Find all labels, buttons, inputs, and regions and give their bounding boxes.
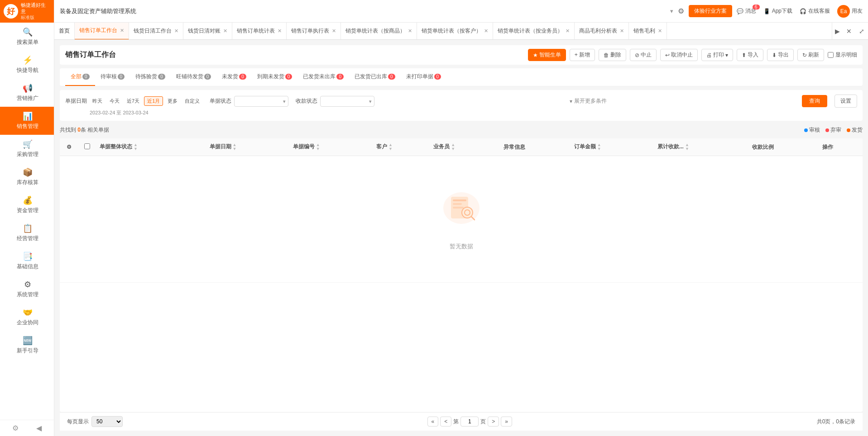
sidebar-item-quick-nav[interactable]: ⚡快捷导航 bbox=[0, 51, 54, 79]
topbar-message[interactable]: 💬 6 消息 bbox=[737, 7, 756, 15]
sidebar-item-inventory[interactable]: 📦库存核算 bbox=[0, 163, 54, 191]
sidebar-item-operations[interactable]: 📋经营管理 bbox=[0, 219, 54, 247]
sidebar-collapse-btn[interactable]: ◀ bbox=[36, 424, 42, 432]
th-checkbox[interactable] bbox=[78, 138, 96, 156]
import-btn[interactable]: ⬆ 导入 bbox=[737, 49, 763, 61]
per-page-select[interactable]: 102050100 bbox=[91, 416, 123, 427]
date-quick-昨天[interactable]: 昨天 bbox=[90, 97, 105, 105]
add-btn[interactable]: + 新增 bbox=[570, 49, 595, 61]
sidebar-item-enterprise[interactable]: 🤝企业协同 bbox=[0, 303, 54, 331]
filter-tab-wangpu-pending[interactable]: 旺铺待发货0 bbox=[171, 68, 217, 86]
date-quick-更多[interactable]: 更多 bbox=[165, 97, 180, 105]
tab-sales-workbench[interactable]: 销售订单工作台✕ bbox=[75, 23, 129, 40]
status-select[interactable] bbox=[234, 96, 288, 107]
status-select-wrapper bbox=[234, 96, 288, 107]
smart-create-label: 智能生单 bbox=[539, 51, 561, 59]
next-page-btn[interactable]: > bbox=[488, 417, 499, 427]
page-number-input[interactable]: 1 bbox=[460, 417, 479, 427]
settings-query-btn[interactable]: 设置 bbox=[834, 95, 857, 108]
filter-tab-shipped-not-out[interactable]: 已发货未出库0 bbox=[297, 68, 349, 86]
tab-label-sales-by-customer: 销货单统计表（按客户） bbox=[422, 27, 481, 35]
filter-tab-label-shipped-out: 已发货已出库 bbox=[355, 73, 387, 80]
tab-close-product-margin[interactable]: ✕ bbox=[620, 28, 624, 34]
tab-label-sales-stats: 销售订单统计表 bbox=[237, 27, 275, 35]
ship-btn[interactable]: 发货 bbox=[847, 126, 863, 134]
filter-tab-not-shipped[interactable]: 未发货0 bbox=[216, 68, 252, 86]
column-settings-icon[interactable]: ⚙ bbox=[67, 144, 72, 150]
tab-sales-by-staff[interactable]: 销货单统计表（按业务员）✕ bbox=[493, 23, 575, 40]
filter-tab-pending-check[interactable]: 待拣验货0 bbox=[130, 68, 171, 86]
topbar-dropdown-arrow[interactable]: ▾ bbox=[670, 8, 673, 14]
tab-close-sales-by-product[interactable]: ✕ bbox=[408, 28, 412, 34]
topbar-user[interactable]: Ea 用友 bbox=[837, 5, 863, 18]
cancel-suspend-btn[interactable]: ↩ 取消中止 bbox=[660, 49, 698, 61]
query-btn[interactable]: 查询 bbox=[802, 95, 827, 107]
tab-product-margin[interactable]: 商品毛利分析表✕ bbox=[575, 23, 629, 40]
tab-close-sales-stats[interactable]: ✕ bbox=[278, 28, 282, 34]
refresh-btn[interactable]: ↻ 刷新 bbox=[797, 49, 824, 61]
nav-label-finance: 资金管理 bbox=[17, 207, 38, 214]
topbar-app-download[interactable]: 📱 App下载 bbox=[763, 7, 792, 15]
sidebar-item-sales[interactable]: 📊销售管理 bbox=[0, 107, 54, 135]
export-btn[interactable]: ⬇ 导出 bbox=[767, 49, 794, 61]
message-badge: 6 bbox=[753, 5, 760, 9]
payment-select[interactable] bbox=[320, 96, 374, 107]
tab-cash-daily[interactable]: 钱货日清工作台✕ bbox=[129, 23, 183, 40]
tab-close-cash-reconcile[interactable]: ✕ bbox=[223, 28, 227, 34]
filter-tab-not-printed[interactable]: 未打印单据0 bbox=[401, 68, 447, 86]
tab-close-sales-workbench[interactable]: ✕ bbox=[120, 28, 124, 33]
topbar-online-service[interactable]: 🎧 在线客服 bbox=[800, 7, 830, 15]
filter-tab-shipped-out[interactable]: 已发货已出库0 bbox=[349, 68, 401, 86]
filter-tab-pending-review[interactable]: 待审核0 bbox=[95, 68, 130, 86]
delete-btn[interactable]: 🗑 删除 bbox=[599, 49, 626, 61]
tab-close-sales-by-customer[interactable]: ✕ bbox=[484, 28, 488, 34]
filter-tab-label-all: 全部 bbox=[71, 73, 82, 80]
tab-sales-profit[interactable]: 销售毛利✕ bbox=[629, 23, 667, 40]
last-page-btn[interactable]: » bbox=[501, 417, 512, 427]
sidebar-item-finance[interactable]: 💰资金管理 bbox=[0, 191, 54, 219]
sidebar-item-marketing[interactable]: 📢营销推广 bbox=[0, 79, 54, 107]
review-btn[interactable]: 审核 bbox=[804, 126, 820, 134]
sidebar-item-guide[interactable]: 🆕新手引导 bbox=[0, 331, 54, 359]
tab-sales-by-customer[interactable]: 销货单统计表（按客户）✕ bbox=[417, 23, 493, 40]
prev-page-btn[interactable]: < bbox=[440, 417, 451, 427]
tab-sales-exec[interactable]: 销售订单执行表✕ bbox=[287, 23, 341, 40]
first-page-btn[interactable]: « bbox=[427, 417, 439, 427]
date-quick-自定义[interactable]: 自定义 bbox=[182, 97, 202, 105]
cancel-review-btn[interactable]: 弃审 bbox=[825, 126, 841, 134]
show-detail-checkbox-label[interactable]: 显示明细 bbox=[828, 51, 857, 59]
tabs-close-all[interactable]: ✕ bbox=[843, 23, 855, 40]
industry-btn[interactable]: 体验行业方案 bbox=[689, 5, 732, 17]
tab-home[interactable]: 首页 bbox=[54, 23, 75, 40]
date-quick-今天[interactable]: 今天 bbox=[107, 97, 122, 105]
show-detail-checkbox[interactable] bbox=[828, 52, 834, 58]
sidebar-item-purchase[interactable]: 🛒采购管理 bbox=[0, 135, 54, 163]
expand-btn[interactable]: ▾ 展开更多条件 bbox=[570, 97, 607, 105]
th-settings[interactable]: ⚙ bbox=[60, 138, 78, 156]
tab-sales-stats[interactable]: 销售订单统计表✕ bbox=[232, 23, 287, 40]
tab-close-cash-daily[interactable]: ✕ bbox=[174, 28, 178, 34]
filter-tab-all[interactable]: 全部0 bbox=[65, 68, 95, 86]
smart-create-btn[interactable]: ★ 智能生单 bbox=[528, 49, 566, 61]
date-quick-近7天[interactable]: 近7天 bbox=[124, 97, 142, 105]
tabs-maximize[interactable]: ⤢ bbox=[855, 23, 868, 40]
tabs-scroll-right[interactable]: ▶ bbox=[832, 23, 843, 40]
tab-sales-by-product[interactable]: 销货单统计表（按商品）✕ bbox=[341, 23, 417, 40]
tab-cash-reconcile[interactable]: 钱货日清对账✕ bbox=[183, 23, 232, 40]
page-content: 销售订单工作台 ★ 智能生单 + 新增 🗑 删除 ⊘ 中止 ↩ 取消中止 🖨 打… bbox=[54, 40, 868, 436]
th-collected: 累计收款...▲▼ bbox=[654, 138, 748, 156]
tab-close-sales-exec[interactable]: ✕ bbox=[332, 28, 336, 34]
sidebar-item-search[interactable]: 🔍搜索菜单 bbox=[0, 23, 54, 51]
sidebar-settings-btn[interactable]: ⚙ bbox=[12, 424, 19, 432]
topbar-settings-icon[interactable]: ⚙ bbox=[678, 7, 684, 15]
sidebar-item-basic-info[interactable]: 📑基础信息 bbox=[0, 247, 54, 275]
filter-tab-expired-not-shipped[interactable]: 到期未发货0 bbox=[252, 68, 298, 86]
tab-close-sales-by-staff[interactable]: ✕ bbox=[566, 28, 570, 34]
date-quick-近1月[interactable]: 近1月 bbox=[144, 96, 163, 106]
tab-close-sales-profit[interactable]: ✕ bbox=[658, 28, 662, 34]
print-btn[interactable]: 🖨 打印 ▾ bbox=[701, 49, 733, 61]
sidebar-item-system[interactable]: ⚙系统管理 bbox=[0, 275, 54, 303]
result-unit: 条 bbox=[81, 127, 86, 133]
select-all-checkbox[interactable] bbox=[84, 143, 90, 149]
suspend-btn[interactable]: ⊘ 中止 bbox=[630, 49, 657, 61]
